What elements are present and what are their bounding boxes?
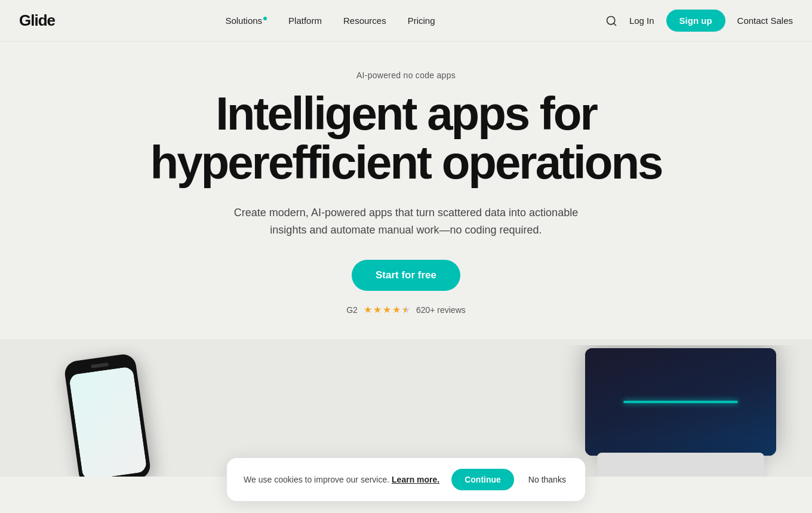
start-free-button[interactable]: Start for free	[352, 260, 460, 291]
hero-section: AI-powered no code apps Intelligent apps…	[0, 0, 812, 339]
cookie-message: We use cookies to improve our service. L…	[244, 475, 439, 484]
cookie-banner: We use cookies to improve our service. L…	[227, 458, 585, 501]
nav-actions: Log In Sign up Contact Sales	[605, 10, 793, 32]
reviews-source: G2	[346, 305, 358, 315]
nav-pricing[interactable]: Pricing	[408, 16, 435, 26]
search-icon	[605, 15, 617, 27]
reviews-count: 620+ reviews	[416, 305, 466, 315]
phone-screen	[69, 367, 147, 477]
no-thanks-button[interactable]: No thanks	[526, 469, 568, 490]
lower-section	[0, 339, 812, 477]
device-base	[597, 453, 764, 477]
learn-more-link[interactable]: Learn more.	[392, 475, 439, 484]
hero-title: Intelligent apps for hyperefficient oper…	[150, 90, 662, 188]
hero-subtitle: Create modern, AI-powered apps that turn…	[227, 204, 585, 239]
nav-platform[interactable]: Platform	[288, 16, 322, 26]
navbar: Glide Solutions Platform Resources Prici…	[0, 0, 812, 42]
hero-tag: AI-powered no code apps	[356, 70, 456, 80]
nav-resources[interactable]: Resources	[343, 16, 386, 26]
login-button[interactable]: Log In	[629, 16, 654, 26]
signup-button[interactable]: Sign up	[666, 10, 725, 32]
continue-button[interactable]: Continue	[451, 469, 514, 490]
reviews-bar: G2 ★ ★ ★ ★ ★ 620+ reviews	[346, 304, 466, 315]
device-mockup-area	[394, 345, 812, 477]
logo: Glide	[19, 11, 55, 30]
star-rating: ★ ★ ★ ★ ★	[364, 304, 410, 315]
svg-line-1	[614, 23, 616, 25]
phone-mockup	[63, 353, 152, 477]
search-button[interactable]	[605, 15, 617, 27]
device-screen	[585, 348, 776, 456]
solutions-dot	[263, 17, 267, 20]
contact-sales-button[interactable]: Contact Sales	[737, 16, 793, 26]
nav-solutions[interactable]: Solutions	[225, 16, 267, 26]
